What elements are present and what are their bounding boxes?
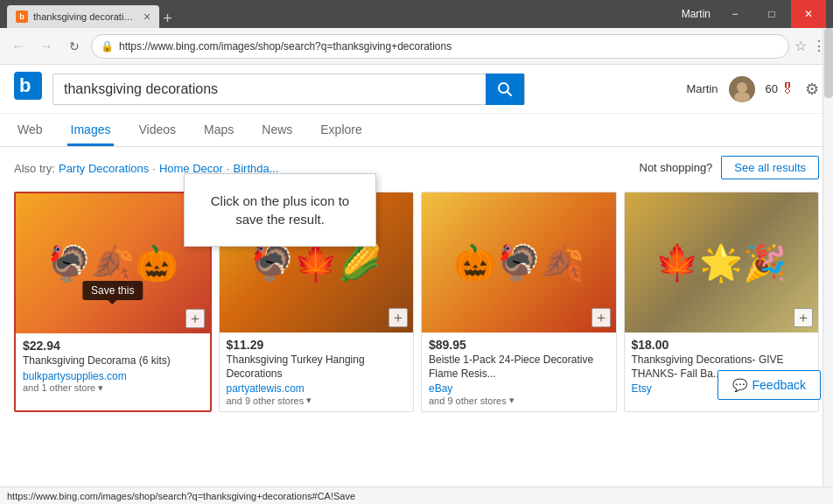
product-info-3: $89.95 Beistle 1-Pack 24-Piece Decorativ… (422, 332, 616, 411)
tab-images[interactable]: Images (67, 114, 115, 146)
tab-news[interactable]: News (258, 114, 296, 146)
search-input[interactable] (53, 81, 486, 97)
dropdown-icon-2[interactable]: ▾ (306, 395, 312, 406)
title-bar: b thanksgiving decorations × + Martin − … (0, 0, 833, 28)
maximize-button[interactable]: □ (754, 0, 789, 28)
address-bar: ← → ↻ 🔒 https://www.bing.com/images/shop… (0, 28, 833, 65)
tab-title: thanksgiving decorations (33, 11, 138, 22)
status-bar: https://www.bing.com/images/shop/search?… (0, 486, 833, 504)
content-area: Also try: Party Decorations · Home Decor… (0, 147, 833, 412)
product-store-3[interactable]: eBay (429, 382, 609, 395)
close-button[interactable]: ✕ (791, 0, 826, 28)
product-img-content-3: 🎃🦃🍂 (422, 192, 616, 332)
lock-icon: 🔒 (101, 40, 114, 52)
svg-line-3 (508, 91, 512, 95)
tab-web[interactable]: Web (14, 114, 46, 146)
product-store-2[interactable]: partyatlewis.com (227, 382, 407, 395)
feedback-icon: 💬 (732, 378, 747, 392)
user-name: Martin (686, 82, 718, 95)
new-tab-button[interactable]: + (163, 10, 172, 28)
product-price-2: $11.29 (227, 338, 407, 352)
back-button[interactable]: ← (7, 35, 30, 58)
tooltip-popup: Click on the plus icon to save the resul… (184, 173, 376, 247)
svg-point-4 (737, 82, 747, 93)
window-controls: − □ ✕ (718, 0, 826, 28)
plus-button-3[interactable]: ＋ (592, 308, 611, 327)
product-store-1[interactable]: bulkpartysupplies.com (23, 370, 203, 382)
nav-tabs: Web Images Videos Maps News Explore (0, 114, 833, 147)
settings-button[interactable]: ⚙ (805, 80, 819, 99)
status-url: https://www.bing.com/images/shop/search?… (7, 491, 355, 501)
minimize-button[interactable]: − (718, 0, 752, 28)
tooltip-text: Click on the plus icon to save the resul… (211, 193, 349, 227)
shopping-bar: Not shopping? See all results (640, 156, 820, 179)
plus-button-2[interactable]: ＋ (388, 308, 408, 327)
bookmark-button[interactable]: ☆ (794, 38, 807, 54)
window-user-label: Martin (682, 8, 710, 20)
save-this-tooltip: Save this (82, 281, 143, 300)
product-info-1: $22.94 Thanksgiving Decorama (6 kits) bu… (16, 333, 210, 399)
product-img-content-4: 🍁🌟🎉 (625, 192, 819, 332)
also-try-party[interactable]: Party Decorations (59, 162, 149, 175)
dropdown-icon-3[interactable]: ▾ (509, 395, 514, 406)
store-more-1: and 1 other store ▾ (23, 382, 203, 394)
forward-button[interactable]: → (35, 35, 58, 58)
scrollbar-thumb[interactable] (824, 28, 833, 98)
bing-logo: b (14, 72, 42, 106)
product-card-3[interactable]: 🎃🦃🍂 ＋ $89.95 Beistle 1-Pack 24-Piece Dec… (421, 192, 617, 412)
plus-button-4[interactable]: ＋ (794, 308, 813, 327)
product-title-2: Thanksgiving Turkey Hanging Decorations (227, 354, 407, 381)
reward-icon: 🎖 (780, 81, 794, 97)
also-try-label: Also try: (14, 162, 55, 175)
tab-videos[interactable]: Videos (135, 114, 179, 146)
svg-point-5 (734, 92, 750, 102)
product-image-1: 🦃🍂🎃 Save this ＋ (16, 193, 210, 333)
plus-button-1[interactable]: ＋ (186, 309, 205, 328)
reward-badge: 60 🎖 (766, 81, 794, 97)
url-text: https://www.bing.com/images/shop/search?… (119, 40, 780, 52)
tab-favicon: b (16, 10, 28, 23)
product-price-1: $22.94 (23, 339, 203, 353)
product-card-1[interactable]: 🦃🍂🎃 Save this ＋ $22.94 Thanksgiving Deco… (14, 192, 212, 412)
product-title-3: Beistle 1-Pack 24-Piece Decorative Flame… (429, 354, 609, 381)
avatar[interactable] (729, 76, 755, 102)
product-price-3: $89.95 (429, 338, 609, 352)
product-image-3: 🎃🦃🍂 ＋ (422, 192, 616, 332)
dropdown-icon-1[interactable]: ▾ (98, 382, 103, 394)
browser-tab[interactable]: b thanksgiving decorations × (7, 5, 159, 28)
product-title-1: Thanksgiving Decorama (6 kits) (23, 354, 203, 368)
feedback-button[interactable]: 💬 Feedback (718, 370, 821, 400)
header-right: Martin 60 🎖 ⚙ (686, 76, 819, 102)
reward-count: 60 (766, 82, 778, 95)
tab-close-icon[interactable]: × (144, 10, 150, 24)
scrollbar[interactable] (822, 28, 833, 486)
search-button[interactable] (486, 74, 524, 105)
tab-explore[interactable]: Explore (317, 114, 365, 146)
url-bar[interactable]: 🔒 https://www.bing.com/images/shop/searc… (91, 34, 789, 59)
product-info-2: $11.29 Thanksgiving Turkey Hanging Decor… (220, 332, 414, 411)
bing-header: b Martin 60 🎖 ⚙ (0, 65, 833, 114)
product-price-4: $18.00 (632, 338, 812, 352)
not-shopping-label: Not shopping? (640, 161, 713, 174)
product-img-content-1: 🦃🍂🎃 (16, 193, 210, 333)
see-all-button[interactable]: See all results (721, 156, 819, 179)
refresh-button[interactable]: ↻ (63, 35, 86, 58)
feedback-label: Feedback (752, 378, 806, 392)
product-image-4: 🍁🌟🎉 ＋ (625, 192, 819, 332)
store-more-3: and 9 other stores ▾ (429, 395, 609, 406)
store-more-2: and 9 other stores ▾ (227, 395, 407, 406)
svg-text:b: b (19, 74, 31, 96)
tab-maps[interactable]: Maps (200, 114, 237, 146)
search-box[interactable] (52, 74, 525, 105)
product-grid: 🦃🍂🎃 Save this ＋ $22.94 Thanksgiving Deco… (14, 192, 819, 412)
tab-area: b thanksgiving decorations × + (7, 0, 682, 28)
